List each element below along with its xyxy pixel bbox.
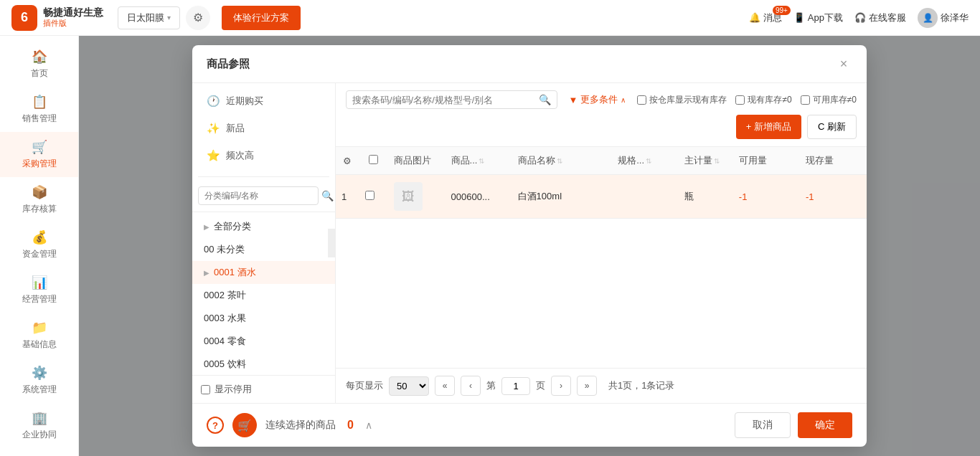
prev-page-button[interactable]: ‹: [461, 376, 481, 396]
stock-ne-filter-label: 现有库存≠0: [748, 94, 791, 106]
recent-tab[interactable]: 🕐 近期购买: [198, 89, 329, 113]
toolbar: 🔍 ▼ 更多条件 ∧ 按仓库显示现有库存: [336, 83, 867, 147]
search-icon[interactable]: 🔍: [539, 94, 551, 105]
new-products-tab[interactable]: ✨ 新品: [198, 116, 329, 141]
last-page-button[interactable]: »: [577, 376, 597, 396]
sidebar-item-guide[interactable]: 🆕 新手引导: [0, 448, 78, 456]
page-number-input[interactable]: [501, 377, 530, 395]
next-page-button[interactable]: ›: [551, 376, 571, 396]
stock-ne-filter-checkbox[interactable]: 现有库存≠0: [735, 94, 791, 106]
star-icon: ⭐: [207, 149, 220, 162]
more-filter-button[interactable]: ▼ 更多条件 ∧: [563, 90, 632, 109]
left-divider: [198, 176, 329, 177]
sidebar-item-operation[interactable]: 📊 经营管理: [0, 267, 78, 313]
stock-ne-checkbox-input[interactable]: [735, 95, 745, 105]
first-page-button[interactable]: «: [435, 376, 455, 396]
confirm-button[interactable]: 确定: [798, 412, 852, 438]
tree-item-0005-label: 0005 饮料: [204, 358, 246, 371]
logo-icon: 6: [11, 5, 37, 31]
tree-item-0002[interactable]: 0002 茶叶: [192, 284, 335, 307]
th-spec[interactable]: 规格...⇅: [612, 147, 679, 175]
sidebar-item-home[interactable]: 🏠 首页: [0, 42, 78, 87]
selection-count: 0: [347, 419, 354, 432]
online-service-item[interactable]: 🎧 在线客服: [854, 11, 906, 24]
footer-right: 取消 确定: [735, 412, 852, 438]
sidebar-item-system[interactable]: ⚙️ 系统管理: [0, 358, 78, 403]
collapse-up-button[interactable]: ∧: [365, 419, 372, 431]
system-icon: ⚙️: [32, 365, 47, 381]
th-unit[interactable]: 主计量⇅: [679, 147, 733, 175]
tree-item-0001[interactable]: ▶ 0001 酒水: [192, 261, 335, 284]
th-img: 商品图片: [388, 147, 446, 175]
sidebar-item-purchase[interactable]: 🛒 采购管理: [0, 132, 78, 177]
modal-close-button[interactable]: ×: [835, 55, 852, 72]
experience-button[interactable]: 体验行业方案: [222, 6, 301, 30]
category-search-input[interactable]: [198, 186, 319, 205]
headset-icon: 🎧: [854, 12, 866, 23]
table-header: ⚙ 商品图片 商品...⇅: [336, 147, 867, 175]
help-button[interactable]: ?: [207, 417, 224, 434]
cart-icon: 🛒: [237, 419, 252, 432]
branch-selector[interactable]: 日太阳膜 ▾: [118, 6, 180, 29]
new-icon: ✨: [207, 122, 220, 135]
cancel-button[interactable]: 取消: [735, 412, 791, 438]
show-disabled-checkbox[interactable]: [201, 385, 210, 394]
th-code[interactable]: 商品...⇅: [446, 147, 512, 175]
collapse-panel-button[interactable]: 《: [328, 229, 336, 257]
cell-code: 000600...: [446, 175, 512, 219]
tree-item-00-label: 00 未分类: [204, 243, 245, 256]
tree-item-0005[interactable]: 0005 饮料: [192, 353, 335, 375]
category-search-button[interactable]: 🔍: [321, 186, 334, 206]
filter-up-icon: ∧: [621, 96, 626, 104]
table-row[interactable]: 1 🖼 000600... 白酒100ml: [336, 175, 867, 219]
right-panel: 🔍 ▼ 更多条件 ∧ 按仓库显示现有库存: [336, 83, 867, 403]
available-ne-filter-checkbox[interactable]: 可用库存≠0: [801, 94, 857, 106]
th-settings[interactable]: ⚙: [336, 147, 359, 175]
refresh-button[interactable]: C 刷新: [807, 115, 857, 139]
row-checkbox[interactable]: [365, 191, 374, 200]
th-name[interactable]: 商品名称⇅: [512, 147, 613, 175]
cell-img: 🖼: [388, 175, 446, 219]
select-all-checkbox[interactable]: [369, 155, 378, 164]
tree-item-0004-label: 0004 零食: [204, 335, 246, 348]
available-ne-checkbox-input[interactable]: [801, 95, 810, 105]
frequent-tab[interactable]: ⭐ 频次高: [198, 143, 329, 168]
category-search-area: 🔍: [192, 180, 335, 212]
messages-badge: 99+: [773, 6, 791, 15]
cart-button[interactable]: 🛒: [232, 413, 257, 437]
service-label: 在线客服: [869, 11, 906, 24]
company-icon: 🏢: [32, 410, 47, 426]
filter-icon: ▼: [569, 95, 578, 105]
tree-item-all[interactable]: ▶ 全部分类: [192, 215, 335, 238]
per-page-select[interactable]: 50 10 20 100: [389, 376, 429, 396]
sidebar-item-company[interactable]: 🏢 企业协同: [0, 403, 78, 448]
app-download-item[interactable]: 📱 App下载: [793, 11, 843, 24]
user-profile-item[interactable]: 👤 徐泽华: [918, 8, 969, 28]
sidebar-item-stock[interactable]: 📦 库存核算: [0, 177, 78, 222]
sidebar-label-operation: 经营管理: [22, 293, 57, 305]
add-product-button[interactable]: + 新增商品: [736, 115, 801, 139]
cell-spec: [612, 175, 679, 219]
tree-item-00[interactable]: 00 未分类: [192, 238, 335, 261]
sidebar-label-sales: 销售管理: [22, 113, 57, 125]
product-search-box[interactable]: 🔍: [346, 90, 557, 109]
warehouse-filter-checkbox[interactable]: 按仓库显示现有库存: [637, 94, 727, 106]
nav-right: 🔔 消息 99+ 📱 App下载 🎧 在线客服 👤 徐泽华: [749, 8, 969, 28]
messages-nav-item[interactable]: 🔔 消息 99+: [749, 11, 782, 24]
tree-item-0003[interactable]: 0003 水果: [192, 307, 335, 330]
settings-button[interactable]: ⚙: [186, 6, 210, 30]
sidebar-item-finance[interactable]: 💰 资金管理: [0, 222, 78, 267]
sidebar-item-sales[interactable]: 📋 销售管理: [0, 87, 78, 132]
main-content: 商品参照 × 🕐 近期购买 ✨: [79, 36, 980, 456]
logo-text: 畅捷通好生意: [43, 6, 103, 19]
sidebar-item-basic[interactable]: 📁 基础信息: [0, 313, 78, 358]
tree-item-0004[interactable]: 0004 零食: [192, 330, 335, 353]
finance-icon: 💰: [32, 229, 47, 245]
cell-checkbox[interactable]: [359, 175, 388, 219]
tree-item-0001-label: 0001 酒水: [214, 266, 256, 279]
product-search-input[interactable]: [352, 95, 539, 105]
warehouse-checkbox-input[interactable]: [637, 95, 646, 105]
product-table: ⚙ 商品图片 商品...⇅: [336, 147, 867, 219]
sidebar-label-home: 首页: [31, 67, 48, 80]
cell-unit: 瓶: [679, 175, 733, 219]
